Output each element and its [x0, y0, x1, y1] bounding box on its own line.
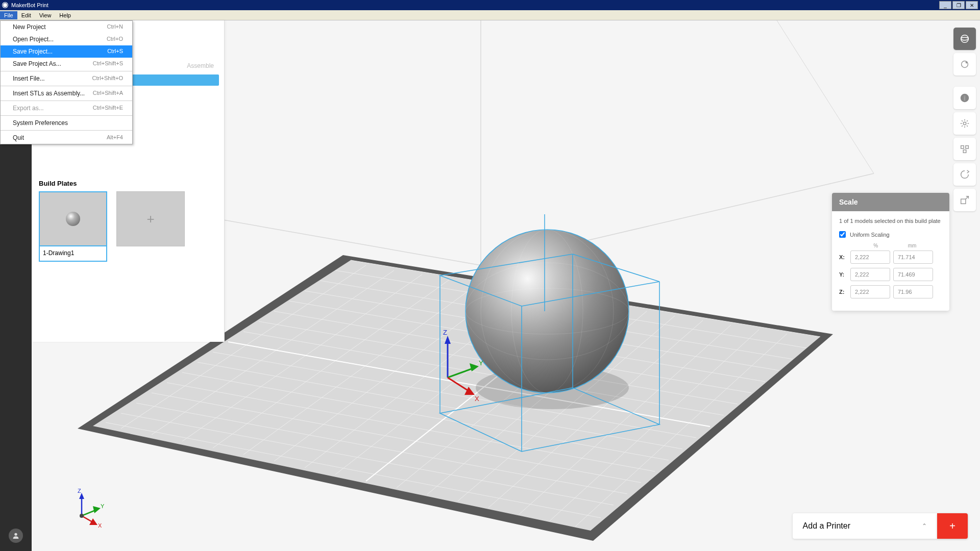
uniform-scaling-checkbox[interactable]: [839, 231, 846, 238]
menu-export-as: Export as... Ctrl+Shift+E: [1, 102, 132, 114]
build-plate-thumbnail: [39, 191, 107, 246]
menu-save-project[interactable]: Save Project... Ctrl+S: [1, 45, 132, 58]
chevron-up-icon: ⌃: [922, 522, 927, 530]
svg-point-78: [963, 122, 966, 125]
col-percent-label: %: [873, 243, 908, 248]
menu-separator: [1, 71, 132, 71]
svg-point-68: [80, 514, 84, 518]
svg-marker-67: [89, 518, 97, 525]
plus-icon: +: [949, 520, 955, 532]
file-menu-dropdown: New Project Ctrl+N Open Project... Ctrl+…: [0, 20, 133, 144]
svg-rect-80: [966, 146, 969, 149]
build-plate-label: 1-Drawing1: [39, 246, 107, 262]
window-controls: _ ❐ ✕: [939, 1, 978, 9]
svg-text:Z: Z: [78, 488, 81, 494]
menu-new-project[interactable]: New Project Ctrl+N: [1, 21, 132, 33]
camera-tool[interactable]: [953, 53, 976, 76]
svg-point-0: [14, 533, 17, 536]
add-build-plate-button[interactable]: +: [116, 191, 185, 246]
menu-view[interactable]: View: [35, 11, 56, 19]
x-percent-input[interactable]: [850, 251, 890, 264]
menu-separator: [1, 86, 132, 86]
axis-y-label: Y: [479, 359, 483, 367]
menu-quit[interactable]: Quit Alt+F4: [1, 132, 132, 144]
maximize-button[interactable]: ❐: [952, 1, 965, 9]
sphere-icon: [66, 212, 80, 226]
svg-point-73: [961, 37, 969, 40]
orient-tool[interactable]: [953, 163, 976, 186]
svg-line-5: [777, 20, 874, 173]
x-mm-input[interactable]: [893, 251, 933, 264]
svg-rect-79: [961, 146, 964, 149]
svg-rect-81: [963, 150, 966, 153]
menu-insert-file[interactable]: Insert File... Ctrl+Shift+O: [1, 72, 132, 85]
menu-save-project-as[interactable]: Save Project As... Ctrl+Shift+S: [1, 58, 132, 70]
assemble-label: Assemble: [187, 62, 214, 69]
menu-edit[interactable]: Edit: [17, 11, 35, 19]
x-axis-label: X:: [839, 254, 847, 260]
menu-bar: File Edit View Help: [0, 10, 980, 20]
z-percent-input[interactable]: [850, 285, 890, 298]
svg-text:X: X: [98, 522, 102, 529]
user-avatar-icon[interactable]: [9, 529, 23, 543]
menu-separator: [1, 115, 132, 116]
menu-system-preferences[interactable]: System Preferences: [1, 117, 132, 129]
menu-open-project[interactable]: Open Project... Ctrl+O: [1, 33, 132, 45]
z-axis-label: Z:: [839, 289, 847, 295]
uniform-scaling-label: Uniform Scaling: [850, 232, 890, 238]
svg-point-72: [961, 35, 969, 43]
y-mm-input[interactable]: [893, 268, 933, 281]
scale-panel-title: Scale: [832, 193, 949, 211]
title-bar: MakerBot Print _ ❐ ✕: [0, 0, 980, 10]
menu-separator: [1, 130, 132, 131]
svg-point-44: [465, 230, 629, 393]
svg-marker-65: [93, 506, 101, 513]
build-plate-card[interactable]: 1-Drawing1: [39, 191, 107, 262]
y-percent-input[interactable]: [850, 268, 890, 281]
view-tool[interactable]: [953, 28, 976, 50]
svg-point-75: [966, 62, 967, 63]
plus-icon: +: [146, 211, 154, 227]
minimize-button[interactable]: _: [939, 1, 951, 9]
scale-tool[interactable]: [953, 189, 976, 211]
app-title: MakerBot Print: [11, 2, 48, 8]
build-plates-header: Build Plates: [32, 172, 224, 191]
menu-file[interactable]: File: [0, 11, 17, 19]
info-tool[interactable]: i: [953, 87, 976, 109]
axis-indicator: Z Y X: [66, 488, 107, 531]
app-icon: [2, 2, 8, 8]
z-mm-input[interactable]: [893, 285, 933, 298]
svg-text:i: i: [964, 95, 965, 102]
printer-bar: Add a Printer ⌃ +: [793, 513, 968, 539]
arrange-tool[interactable]: [953, 138, 976, 160]
right-toolbar: i: [953, 28, 977, 211]
y-axis-label: Y:: [839, 271, 847, 278]
add-printer-label: Add a Printer: [803, 521, 850, 531]
svg-text:Y: Y: [101, 503, 105, 509]
menu-help[interactable]: Help: [55, 11, 75, 19]
add-printer-dropdown[interactable]: Add a Printer ⌃: [793, 513, 937, 539]
menu-insert-asm[interactable]: Insert STLs as Assembly... Ctrl+Shift+A: [1, 87, 132, 99]
svg-rect-82: [961, 199, 966, 204]
menu-separator: [1, 101, 132, 101]
axis-x-label: X: [475, 395, 479, 403]
add-printer-button[interactable]: +: [937, 513, 968, 539]
axis-z-label: Z: [443, 329, 447, 336]
settings-tool[interactable]: [953, 112, 976, 135]
scale-selection-text: 1 of 1 models selected on this build pla…: [839, 217, 942, 225]
col-mm-label: mm: [908, 243, 942, 248]
scale-panel: Scale 1 of 1 models selected on this bui…: [832, 193, 949, 311]
close-button[interactable]: ✕: [966, 1, 978, 9]
